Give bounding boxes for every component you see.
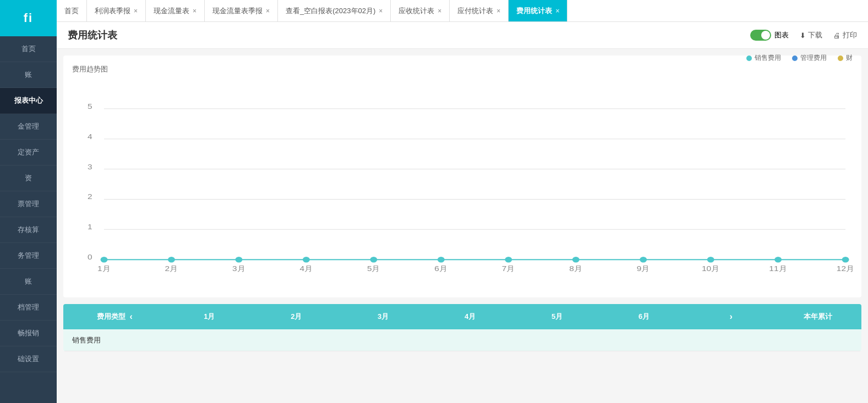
legend-sales-dot: [746, 56, 752, 61]
tab-payable[interactable]: 应付统计表 ×: [450, 0, 509, 22]
sidebar-item-invoice-mgmt[interactable]: 票管理: [0, 191, 57, 217]
print-button[interactable]: 🖨 打印: [833, 30, 857, 40]
svg-point-22: [707, 257, 714, 263]
tab-expense-label: 费用统计表: [516, 6, 552, 16]
legend-sales-label: 销售费用: [755, 53, 781, 63]
th-month-3: 3月: [340, 312, 427, 322]
page-header: 费用统计表 图表 ⬇ 下载 🖨 打印: [57, 22, 868, 49]
tabs-bar: 首页 利润表季报 × 现金流量表 × 现金流量表季报 × 查看_空白报表(202…: [57, 0, 868, 22]
svg-point-18: [438, 257, 445, 263]
th-month-1: 1月: [166, 312, 253, 322]
line-chart-svg: 0 1 2 3 4 5: [72, 80, 853, 289]
tab-receivable-close[interactable]: ×: [438, 7, 441, 15]
svg-text:5: 5: [88, 102, 92, 110]
download-icon: ⬇: [800, 31, 806, 40]
chart-legend: 销售费用 管理费用 财: [746, 53, 853, 63]
header-actions: 图表 ⬇ 下载 🖨 打印: [750, 30, 857, 41]
print-label: 打印: [843, 30, 857, 40]
tab-cashflow-close[interactable]: ×: [193, 7, 196, 15]
sidebar-item-archive-mgmt[interactable]: 档管理: [0, 295, 57, 321]
svg-point-23: [774, 257, 782, 263]
svg-text:0: 0: [88, 253, 92, 261]
th-month-6: 6月: [600, 312, 687, 322]
sidebar-logo: fi: [0, 0, 57, 36]
tab-home-label: 首页: [64, 6, 79, 16]
tab-profit-quarterly-close[interactable]: ×: [134, 7, 138, 15]
legend-mgmt-expense: 管理费用: [792, 53, 827, 63]
svg-point-13: [101, 257, 108, 263]
svg-point-20: [572, 257, 580, 263]
legend-sales-expense: 销售费用: [746, 53, 781, 63]
legend-mgmt-label: 管理费用: [800, 53, 827, 63]
main-content: 首页 利润表季报 × 现金流量表 × 现金流量表季报 × 查看_空白报表(202…: [57, 0, 868, 403]
sidebar-item-ledger[interactable]: 账: [0, 62, 57, 88]
tab-profit-quarterly[interactable]: 利润表季报 ×: [87, 0, 146, 22]
svg-point-16: [303, 257, 310, 263]
td-sales-type: 销售费用: [63, 335, 170, 345]
tab-expense-close[interactable]: ×: [555, 7, 559, 15]
chart-container: 0 1 2 3 4 5: [72, 80, 853, 289]
tab-cashflow[interactable]: 现金流量表 ×: [146, 0, 205, 22]
tab-payable-label: 应付统计表: [457, 6, 493, 16]
tab-expense[interactable]: 费用统计表 ×: [509, 0, 567, 22]
chart-section: 费用趋势图 销售费用 管理费用 财: [63, 56, 861, 297]
nav-next-arrow[interactable]: ›: [729, 312, 732, 321]
tab-receivable[interactable]: 应收统计表 ×: [391, 0, 450, 22]
svg-point-17: [370, 257, 377, 263]
svg-text:7月: 7月: [502, 265, 515, 273]
th-month-5: 5月: [514, 312, 600, 322]
th-month-4: 4月: [427, 312, 514, 322]
th-nav-prev[interactable]: ‹: [130, 312, 133, 322]
sidebar-item-fund-mgmt[interactable]: 金管理: [0, 114, 57, 140]
svg-text:2月: 2月: [165, 265, 178, 273]
svg-text:2: 2: [88, 193, 92, 201]
print-icon: 🖨: [833, 31, 840, 40]
tab-cashflow-quarterly[interactable]: 现金流量表季报 ×: [205, 0, 278, 22]
sidebar-item-inventory[interactable]: 存核算: [0, 217, 57, 243]
th-type: 费用类型 ‹: [63, 312, 166, 322]
content-area: 费用统计表 图表 ⬇ 下载 🖨 打印 费用趋势图: [57, 22, 868, 403]
svg-text:3月: 3月: [232, 265, 245, 273]
tab-payable-close[interactable]: ×: [496, 7, 500, 15]
chart-title: 费用趋势图: [72, 64, 108, 74]
sidebar-item-settings[interactable]: 础设置: [0, 346, 57, 372]
svg-text:6月: 6月: [434, 265, 447, 273]
sidebar-item-service-mgmt[interactable]: 务管理: [0, 243, 57, 269]
svg-text:1: 1: [88, 223, 92, 231]
sidebar-item-sales[interactable]: 畅报销: [0, 321, 57, 346]
tab-cashflow-label: 现金流量表: [154, 6, 189, 16]
svg-text:4月: 4月: [299, 265, 313, 273]
download-button[interactable]: ⬇ 下载: [800, 30, 822, 40]
legend-mgmt-dot: [792, 56, 798, 61]
tab-profit-quarterly-label: 利润表季报: [95, 6, 130, 16]
legend-finance-expense: 财: [838, 53, 853, 63]
svg-point-21: [640, 257, 647, 263]
th-ytd: 本年累计: [774, 312, 861, 322]
svg-point-15: [235, 257, 242, 263]
svg-text:5月: 5月: [367, 265, 380, 273]
svg-text:9月: 9月: [637, 265, 650, 273]
svg-point-19: [505, 257, 512, 263]
sidebar-item-capital[interactable]: 资: [0, 165, 57, 191]
table-header: 费用类型 ‹ 1月 2月 3月 4月 5月 6月 › 本年累计: [63, 304, 861, 329]
tab-view-blank[interactable]: 查看_空白报表(2023年02月) ×: [278, 0, 391, 22]
svg-text:1月: 1月: [97, 265, 111, 273]
sidebar-item-report-center[interactable]: 报表中心: [0, 88, 57, 114]
th-month-2: 2月: [253, 312, 340, 322]
sidebar-item-home[interactable]: 首页: [0, 36, 57, 62]
tab-cashflow-quarterly-label: 现金流量表季报: [212, 6, 263, 16]
tab-view-blank-label: 查看_空白报表(2023年02月): [286, 6, 375, 16]
chart-toggle-wrap: 图表: [750, 30, 789, 41]
svg-point-14: [168, 257, 175, 263]
legend-finance-dot: [838, 56, 843, 61]
svg-text:12月: 12月: [837, 265, 853, 273]
th-nav-next[interactable]: ›: [687, 312, 774, 322]
chart-toggle[interactable]: [750, 30, 771, 41]
svg-text:3: 3: [88, 163, 92, 170]
page-title: 费用统计表: [68, 29, 117, 42]
tab-home[interactable]: 首页: [57, 0, 87, 22]
tab-cashflow-quarterly-close[interactable]: ×: [266, 7, 270, 15]
sidebar-item-accounts[interactable]: 账: [0, 269, 57, 295]
tab-view-blank-close[interactable]: ×: [379, 7, 383, 15]
sidebar-item-fixed-assets[interactable]: 定资产: [0, 140, 57, 165]
